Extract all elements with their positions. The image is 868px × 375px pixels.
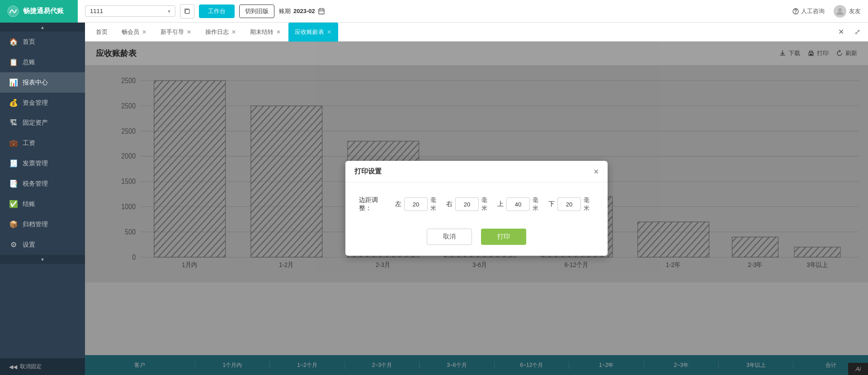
sidebar-item-reports[interactable]: 📊 报表中心 <box>0 72 85 93</box>
left-margin-input[interactable] <box>404 197 428 211</box>
tab-aging[interactable]: 应收账龄表 ✕ <box>288 23 338 42</box>
bottom-margin-label: 下 <box>548 200 555 208</box>
copy-icon[interactable] <box>180 4 194 19</box>
page-area: 应收账龄表 下载 <box>85 42 868 375</box>
tax-icon: 📑 <box>9 179 18 188</box>
help-button[interactable]: 人工咨询 <box>792 7 825 15</box>
top-margin-group: 上 毫米 <box>497 196 543 212</box>
sidebar-item-assets[interactable]: 🏗 固定资产 <box>0 113 85 133</box>
main-content: 首页 畅会员 ✕ 新手引导 ✕ 操作日志 ✕ 期末结转 ✕ 应收账龄表 ✕ <box>85 23 868 375</box>
modal-body: 边距调整： 左 毫米 右 毫米 <box>345 183 608 221</box>
archive-icon: 📦 <box>9 220 18 229</box>
bottom-margin-group: 下 毫米 <box>548 196 594 212</box>
tabs-bar-right: ✕ ⤢ <box>835 26 863 38</box>
top-margin-label: 上 <box>497 200 504 208</box>
left-margin-label: 左 <box>395 200 401 208</box>
bottom-margin-input[interactable] <box>557 197 581 211</box>
left-margin-group: 左 毫米 <box>395 196 441 212</box>
tab-close-log[interactable]: ✕ <box>231 29 236 35</box>
tab-home[interactable]: 首页 <box>90 23 114 42</box>
tab-member[interactable]: 畅会员 ✕ <box>115 23 153 42</box>
assets-icon: 🏗 <box>9 119 18 127</box>
top-margin-unit: 毫米 <box>533 196 543 212</box>
sidebar-item-invoice[interactable]: 🧾 发票管理 <box>0 153 85 173</box>
right-margin-unit: 毫米 <box>481 196 492 212</box>
period-display: 账期 2023-02 <box>279 7 325 15</box>
settings-icon: ⚙ <box>9 240 18 249</box>
tab-period-end[interactable]: 期末结转 ✕ <box>244 23 288 42</box>
reports-icon: 📊 <box>9 78 18 87</box>
home-icon: 🏠 <box>9 38 18 46</box>
modal-overlay: 打印设置 × 边距调整： 左 毫米 右 <box>85 42 868 375</box>
modal-header: 打印设置 × <box>345 161 608 183</box>
salary-icon: 💼 <box>9 139 18 147</box>
print-confirm-button[interactable]: 打印 <box>481 229 526 245</box>
modal-title: 打印设置 <box>354 167 382 176</box>
svg-rect-2 <box>319 9 324 14</box>
bottom-margin-unit: 毫米 <box>584 196 594 212</box>
margin-row: 边距调整： 左 毫米 右 毫米 <box>359 196 594 212</box>
margin-label: 边距调整： <box>359 196 390 212</box>
right-margin-group: 右 毫米 <box>446 196 492 212</box>
sidebar-item-settlement[interactable]: ✅ 结账 <box>0 194 85 214</box>
app-logo: 畅捷通易代账 <box>0 0 78 23</box>
tab-log[interactable]: 操作日志 ✕ <box>199 23 243 42</box>
invoice-icon: 🧾 <box>9 159 18 168</box>
svg-point-5 <box>838 8 842 12</box>
modal-footer: 取消 打印 <box>345 221 608 256</box>
tabs-bar: 首页 畅会员 ✕ 新手引导 ✕ 操作日志 ✕ 期末结转 ✕ 应收账龄表 ✕ <box>85 23 868 42</box>
svg-rect-1 <box>185 9 189 14</box>
right-margin-label: 右 <box>446 200 453 208</box>
sidebar-collapse-button[interactable]: ◀◀ 取消固定 <box>0 358 85 375</box>
sidebar: ▲ 🏠 首页 📋 总账 📊 报表中心 💰 资金管理 🏗 固定资产 💼 工资 🧾 … <box>0 23 85 375</box>
sidebar-scroll-down[interactable]: ▼ <box>0 255 85 264</box>
switch-version-button[interactable]: 切到旧版 <box>239 5 274 18</box>
tab-close-member[interactable]: ✕ <box>142 29 146 35</box>
pin-icon: ◀◀ <box>9 364 17 370</box>
top-margin-input[interactable] <box>506 197 530 211</box>
right-margin-input[interactable] <box>455 197 479 211</box>
workbench-button[interactable]: 工作台 <box>199 5 235 18</box>
sidebar-item-settings[interactable]: ⚙ 设置 <box>0 234 85 255</box>
svg-point-4 <box>795 13 796 14</box>
cancel-button[interactable]: 取消 <box>427 229 472 245</box>
sidebar-item-home[interactable]: 🏠 首页 <box>0 32 85 52</box>
tab-close-guide[interactable]: ✕ <box>187 29 191 35</box>
print-dialog: 打印设置 × 边距调整： 左 毫米 右 <box>345 161 608 256</box>
left-margin-unit: 毫米 <box>430 196 441 212</box>
tab-close-aging[interactable]: ✕ <box>327 29 331 35</box>
maximize-tab-button[interactable]: ⤢ <box>851 26 863 38</box>
sidebar-item-salary[interactable]: 💼 工资 <box>0 133 85 153</box>
modal-close-button[interactable]: × <box>594 168 599 176</box>
sidebar-item-funds[interactable]: 💰 资金管理 <box>0 93 85 113</box>
header-right: 人工咨询 友友 <box>792 5 861 18</box>
sidebar-item-tax[interactable]: 📑 税务管理 <box>0 173 85 194</box>
avatar <box>834 5 846 18</box>
close-tab-button[interactable]: ✕ <box>835 26 847 38</box>
tab-close-period-end[interactable]: ✕ <box>276 29 281 35</box>
sidebar-item-ledger[interactable]: 📋 总账 <box>0 52 85 72</box>
funds-icon: 💰 <box>9 98 18 107</box>
ledger-icon: 📋 <box>9 58 18 66</box>
settlement-icon: ✅ <box>9 200 18 208</box>
user-menu-button[interactable]: 友友 <box>834 5 861 18</box>
tab-guide[interactable]: 新手引导 ✕ <box>154 23 198 42</box>
chevron-down-icon: ▾ <box>168 8 170 14</box>
sidebar-item-archive[interactable]: 📦 归档管理 <box>0 214 85 234</box>
sidebar-scroll-up[interactable]: ▲ <box>0 23 85 32</box>
company-selector[interactable]: 1111 ▾ <box>85 5 175 17</box>
